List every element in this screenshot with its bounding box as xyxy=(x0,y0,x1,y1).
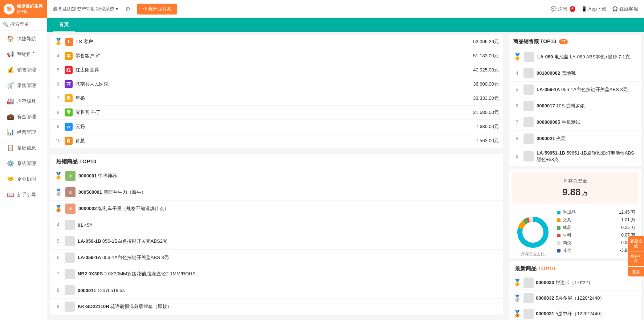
product-info: 000500001 新西兰牛肉（新牛） xyxy=(78,189,499,196)
product-info: 01 45# xyxy=(78,222,499,228)
sidebar-item-home[interactable]: 🏠 快捷导航 xyxy=(0,31,47,46)
newest-product-row[interactable]: 🥉 0000031 5层中纤（1220*2440） xyxy=(509,306,641,320)
newest-product-row[interactable]: 🥇 0000033 封边带（1.0*22） xyxy=(509,275,641,291)
product-image: 图 xyxy=(65,187,76,197)
sidebar-item-marketing[interactable]: 📢 营销推广 xyxy=(0,46,47,62)
customer-row[interactable]: 4 零 零售客户-许 51,183.00元 xyxy=(50,49,503,63)
products-top10-panel: 商品销售额 TOP10 27 🥇 LA-089 电池盖 LA-089 ABS本色… xyxy=(509,35,641,166)
float-service-live[interactable]: 直播 xyxy=(628,267,644,276)
sidebar-item-purchase[interactable]: 🛒 采购管理 xyxy=(0,78,47,93)
legend-dot xyxy=(557,234,561,237)
hot-product-row[interactable]: 7 NB2.0X30B 2.0X30MM双搓花轴,搓花直径2.1MM/ROHS xyxy=(50,266,503,282)
sidebar-logo: 畅 畅捷通好生意 标准版 xyxy=(0,0,47,18)
hot-product-row[interactable]: 🥇 图 0000001 中华神器 xyxy=(50,168,503,184)
product-image xyxy=(524,52,534,62)
customer-row[interactable]: 🥇 L LS 客户 53,006.26元 xyxy=(50,35,503,49)
medal-icon: 🥇 xyxy=(513,279,521,287)
medal-icon: 🥇 xyxy=(54,172,62,180)
product-image xyxy=(65,220,75,230)
main-content: 装备及固定资产辅助管理系统 ▾ ⚙ 体验行业方案 💬 消息 6 📱 App下载 … xyxy=(47,0,644,320)
page-nav: 首页 xyxy=(47,18,644,32)
legend-item: 其他 -3.86 万 xyxy=(557,247,635,254)
legend-dot xyxy=(557,249,561,253)
customer-value: 53,006.26元 xyxy=(473,38,499,45)
product-image xyxy=(65,236,75,246)
customer-name: 零售客户-于 xyxy=(76,109,470,116)
product-image: 图 xyxy=(65,171,76,181)
system-title: 装备及固定资产辅助管理系统 xyxy=(53,6,114,12)
sidebar-item-guide[interactable]: 📖 新手引导 xyxy=(0,187,47,202)
customer-row[interactable]: 6 苍 苍南县人民医院 36,600.00元 xyxy=(50,77,503,91)
product-top10-row[interactable]: 4 001000002 雪地靴 xyxy=(509,65,641,82)
hot-product-row[interactable]: 🥈 图 000500001 新西兰牛肉（新牛） xyxy=(50,184,503,201)
rank-num: 4 xyxy=(54,53,62,58)
app-download-label: App下载 xyxy=(588,6,606,12)
product-top10-row[interactable]: 8 0000021 夹壳 xyxy=(509,131,641,147)
product-info: 0000011 12070519-xs xyxy=(78,288,499,293)
customer-value: 40,925.00元 xyxy=(473,67,499,73)
product-info: LA-056-1A 056-1A白色按键开关盖ABS 3壳 xyxy=(78,254,499,261)
product-top10-row[interactable]: 5 LA-056-1A 056-1A白色按键开关盖ABS 3壳 xyxy=(509,82,641,98)
customer-badge: 苍 xyxy=(65,80,73,88)
medal-icon: 🥇 xyxy=(513,53,521,61)
product-info: 0000002 智利车子里（规格不知道填什么） xyxy=(78,205,499,212)
sidebar-item-cooperation[interactable]: 🤝 企业协同 xyxy=(0,171,47,187)
newest-products-list: 🥇 0000033 封边带（1.0*22） 🥈 0000032 5层多层（122… xyxy=(509,275,641,320)
rank-num: 5 xyxy=(513,87,521,92)
sidebar-item-system[interactable]: ⚙️ 系统管理 xyxy=(0,156,47,171)
inventory-panel: 库存总资金 9.88 万 xyxy=(509,169,641,258)
float-service-hotline[interactable]: 客服热线 xyxy=(628,236,644,251)
product-image xyxy=(65,253,75,263)
float-service-community[interactable]: 服务社区 xyxy=(628,251,644,266)
settings-button[interactable]: ⚙ xyxy=(123,4,133,14)
newest-products-title: 最新商品 TOP10 xyxy=(509,261,641,275)
product-top10-row[interactable]: 🥇 LA-089 电池盖 LA-089 ABS本色+黑种 7.1克 xyxy=(509,49,641,65)
sidebar-search[interactable]: 🔍 搜索菜单 xyxy=(0,18,47,31)
right-column: 商品销售额 TOP10 27 🥇 LA-089 电池盖 LA-089 ABS本色… xyxy=(506,32,644,320)
online-service-button[interactable]: 🎧 在线客服 xyxy=(612,6,638,12)
customer-row[interactable]: 10 肖 肖总 7,563.00元 xyxy=(50,134,503,148)
system-title-dropdown[interactable]: 装备及固定资产辅助管理系统 ▾ xyxy=(53,6,118,12)
customer-row[interactable]: 9 云 云扬 7,680.00元 xyxy=(50,120,503,134)
newest-product-row[interactable]: 🥈 0000032 5层多层（1220*2440） xyxy=(509,291,641,306)
customer-row[interactable]: 8 零 零售客户-于 21,680.00元 xyxy=(50,106,503,120)
customer-badge: 零 xyxy=(65,52,73,60)
sidebar-item-operation[interactable]: 📊 经营管理 xyxy=(0,124,47,140)
nav-item-home[interactable]: 首页 xyxy=(53,19,75,32)
topbar-right: 💬 消息 6 📱 App下载 🎧 在线客服 xyxy=(551,6,638,12)
rank-num: 9 xyxy=(513,154,521,159)
customer-value: 7,680.00元 xyxy=(476,123,499,130)
donut-section: 库存资金占比 半成品 12.45 万 文具 1.01 万 xyxy=(509,206,641,258)
sidebar-item-inventory[interactable]: 🏭 库存核算 xyxy=(0,93,47,109)
sidebar-item-label: 企业协同 xyxy=(17,176,36,182)
newest-products-panel: 最新商品 TOP10 🥇 0000033 封边带（1.0*22） 🥈 00000… xyxy=(509,261,641,320)
inventory-total-unit: 万 xyxy=(582,190,588,196)
legend-item: 肉类 -0.05 万 xyxy=(557,240,635,246)
customer-row[interactable]: 5 红 红太阳文具 40,925.00元 xyxy=(50,63,503,77)
product-info: KK-SD22110H 花语萌恒温分蘸罐套（厚款） xyxy=(78,303,499,310)
product-top10-row[interactable]: 9 LA-59651-1B 59651-1B旋转投影灯电池盒ABS黑色+58克 xyxy=(509,147,641,166)
sidebar-item-sales[interactable]: 💰 销售管理 xyxy=(0,62,47,78)
product-top10-row[interactable]: 7 000800005 手机测试 xyxy=(509,114,641,131)
trial-button[interactable]: 体验行业方案 xyxy=(137,4,177,15)
hot-product-row[interactable]: 6 LA-056-1A 056-1A白色按键开关盖ABS 3壳 xyxy=(50,250,503,266)
customer-name: 肖总 xyxy=(76,138,473,144)
customer-row[interactable]: 7 星 星扬 33,333.00元 xyxy=(50,91,503,106)
sidebar-item-basic[interactable]: 📋 基础信息 xyxy=(0,140,47,156)
product-image xyxy=(523,151,534,161)
cooperation-icon: 🤝 xyxy=(7,176,14,182)
hot-product-row[interactable]: 8 0000011 12070519-xs xyxy=(50,282,503,299)
app-download-button[interactable]: 📱 App下载 xyxy=(581,6,606,12)
product-top10-row[interactable]: 6 0000017 10S 变料罗浆 xyxy=(509,98,641,114)
hot-product-row[interactable]: 🥉 图 0000002 智利车子里（规格不知道填什么） xyxy=(50,201,503,217)
message-button[interactable]: 💬 消息 6 xyxy=(551,6,575,12)
product-image xyxy=(523,134,534,144)
hot-product-row[interactable]: 4 01 45# xyxy=(50,217,503,233)
customer-name: 红太阳文具 xyxy=(76,67,470,73)
online-service-label: 在线客服 xyxy=(619,6,638,12)
sidebar-item-finance[interactable]: 💼 资金管理 xyxy=(0,109,47,124)
hot-product-row[interactable]: 9 KK-SD22110H 花语萌恒温分蘸罐套（厚款） xyxy=(50,299,503,315)
hot-product-row[interactable]: 5 LA-056-1B 056-1B白色按键开关壳ABS2壳 xyxy=(50,233,503,250)
products-top10-list: 🥇 LA-089 电池盖 LA-089 ABS本色+黑种 7.1克 4 0010… xyxy=(509,49,641,166)
guide-icon: 📖 xyxy=(7,191,14,198)
